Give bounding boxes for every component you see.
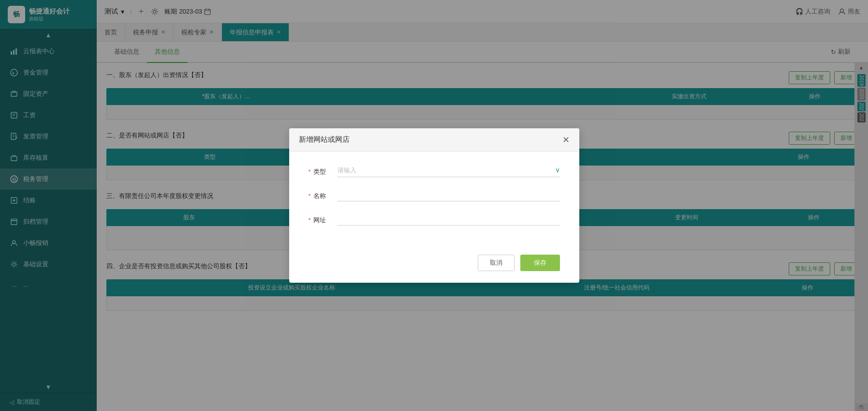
form-label-url: * 网址	[309, 216, 338, 225]
cancel-button[interactable]: 取消	[478, 255, 515, 271]
dialog-footer: 取消 保存	[289, 249, 579, 283]
label-text-url: 网址	[313, 216, 326, 224]
save-button[interactable]: 保存	[520, 255, 560, 271]
form-field-type: * 类型 ∨	[309, 166, 560, 177]
required-star-type: *	[309, 168, 311, 175]
url-input[interactable]	[338, 215, 560, 222]
form-label-type: * 类型	[309, 167, 338, 176]
label-text-type: 类型	[313, 168, 326, 175]
form-input-wrap-url	[338, 215, 560, 226]
dialog-title: 新增网站或网店	[299, 135, 350, 144]
dialog-overlay[interactable]: 新增网站或网店 ✕ * 类型 ∨ * 名称	[0, 0, 868, 411]
label-text-name: 名称	[313, 192, 326, 199]
required-star-name: *	[309, 192, 311, 199]
dialog-body: * 类型 ∨ * 名称 *	[289, 152, 579, 249]
form-input-wrap-name	[338, 191, 560, 201]
type-dropdown-icon[interactable]: ∨	[555, 166, 560, 174]
type-input[interactable]	[338, 167, 555, 174]
name-input[interactable]	[338, 191, 560, 198]
dialog-header: 新增网站或网店 ✕	[289, 128, 579, 152]
form-field-name: * 名称	[309, 191, 560, 201]
required-star-url: *	[309, 216, 311, 224]
form-field-url: * 网址	[309, 215, 560, 226]
add-website-dialog: 新增网站或网店 ✕ * 类型 ∨ * 名称	[289, 128, 579, 283]
form-input-wrap-type: ∨	[338, 166, 560, 177]
form-label-name: * 名称	[309, 192, 338, 200]
dialog-close-button[interactable]: ✕	[562, 136, 570, 144]
